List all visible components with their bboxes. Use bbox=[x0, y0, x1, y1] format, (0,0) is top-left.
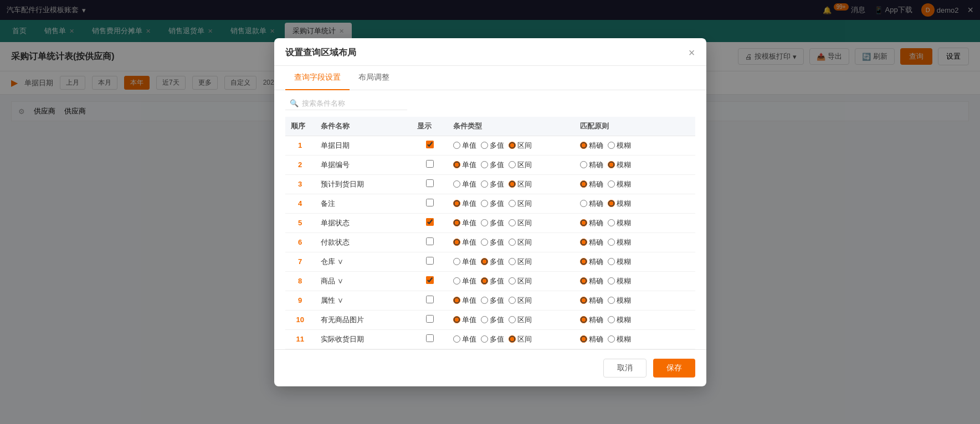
search-icon: 🔍 bbox=[290, 99, 299, 107]
col-header-match: 匹配原则 bbox=[574, 117, 695, 128]
dialog-title: 设置查询区域布局 bbox=[285, 47, 356, 59]
search-box: 🔍 bbox=[285, 97, 407, 110]
dialog-header: 设置查询区域布局 × bbox=[274, 38, 706, 66]
dialog-tab-query-fields-label: 查询字段设置 bbox=[294, 73, 341, 81]
settings-dialog: 设置查询区域布局 × 查询字段设置 布局调整 🔍 顺序 bbox=[274, 38, 706, 128]
col-header-show: 显示 bbox=[412, 117, 448, 128]
col-header-name: 条件名称 bbox=[315, 117, 412, 128]
modal-overlay: 设置查询区域布局 × 查询字段设置 布局调整 🔍 顺序 bbox=[0, 0, 980, 128]
col-header-order: 顺序 bbox=[285, 117, 315, 128]
dialog-tabs: 查询字段设置 布局调整 bbox=[274, 66, 706, 90]
dialog-close-btn[interactable]: × bbox=[689, 47, 695, 58]
dialog-table-wrap: 顺序 条件名称 显示 条件类型 匹配原则 1单据日期单值多值区间精确模糊2单据编… bbox=[274, 117, 706, 128]
dialog-search-area: 🔍 bbox=[274, 90, 706, 117]
dialog-tab-layout[interactable]: 布局调整 bbox=[350, 66, 398, 90]
dialog-table: 顺序 条件名称 显示 条件类型 匹配原则 1单据日期单值多值区间精确模糊2单据编… bbox=[285, 117, 695, 128]
search-input[interactable] bbox=[302, 99, 402, 107]
dialog-tab-query-fields[interactable]: 查询字段设置 bbox=[285, 66, 350, 90]
col-header-type: 条件类型 bbox=[448, 117, 574, 128]
dialog-tab-layout-label: 布局调整 bbox=[358, 73, 389, 81]
